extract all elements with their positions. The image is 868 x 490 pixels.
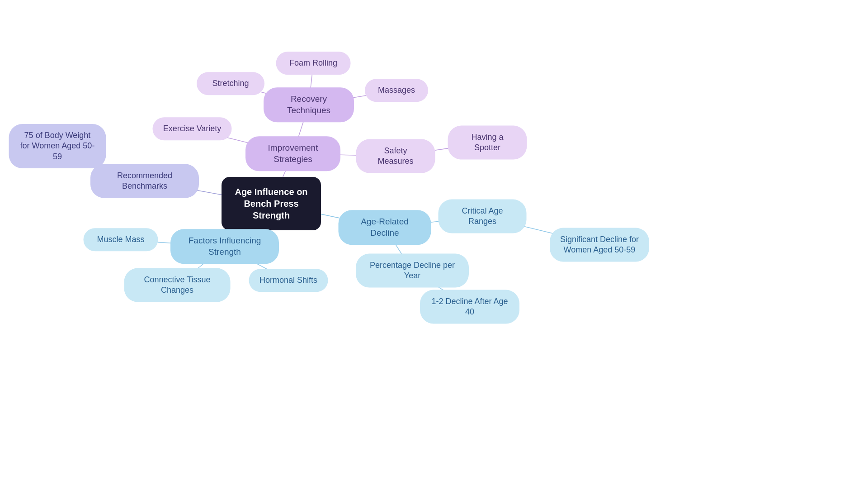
node-critical-age-ranges[interactable]: Critical Age Ranges	[439, 200, 527, 233]
node-1-2-decline[interactable]: 1-2 Decline After Age 40	[420, 290, 519, 324]
node-exercise-variety[interactable]: Exercise Variety	[153, 117, 232, 140]
node-percentage-decline[interactable]: Percentage Decline per Year	[356, 254, 469, 288]
node-muscle-mass[interactable]: Muscle Mass	[84, 228, 158, 251]
node-75-body-weight[interactable]: 75 of Body Weight for Women Aged 50-59	[9, 124, 106, 168]
node-safety-measures[interactable]: Safety Measures	[356, 139, 435, 173]
node-hormonal-shifts[interactable]: Hormonal Shifts	[249, 269, 328, 292]
node-foam-rolling[interactable]: Foam Rolling	[276, 52, 351, 75]
node-recommended-benchmarks[interactable]: Recommended Benchmarks	[90, 164, 199, 198]
node-stretching[interactable]: Stretching	[197, 72, 264, 95]
mind-map: Age Influence on Bench Press StrengthImp…	[0, 0, 868, 490]
node-recovery-techniques[interactable]: Recovery Techniques	[264, 87, 354, 122]
node-having-a-spotter[interactable]: Having a Spotter	[448, 126, 527, 160]
node-massages[interactable]: Massages	[365, 79, 428, 102]
node-age-related-decline[interactable]: Age-Related Decline	[339, 210, 431, 245]
node-significant-decline[interactable]: Significant Decline for Women Aged 50-59	[550, 228, 649, 262]
node-factors-influencing-strength[interactable]: Factors Influencing Strength	[170, 229, 279, 264]
node-center[interactable]: Age Influence on Bench Press Strength	[222, 177, 321, 230]
node-connective-tissue[interactable]: Connective Tissue Changes	[124, 268, 231, 302]
node-improvement-strategies[interactable]: Improvement Strategies	[245, 136, 340, 171]
